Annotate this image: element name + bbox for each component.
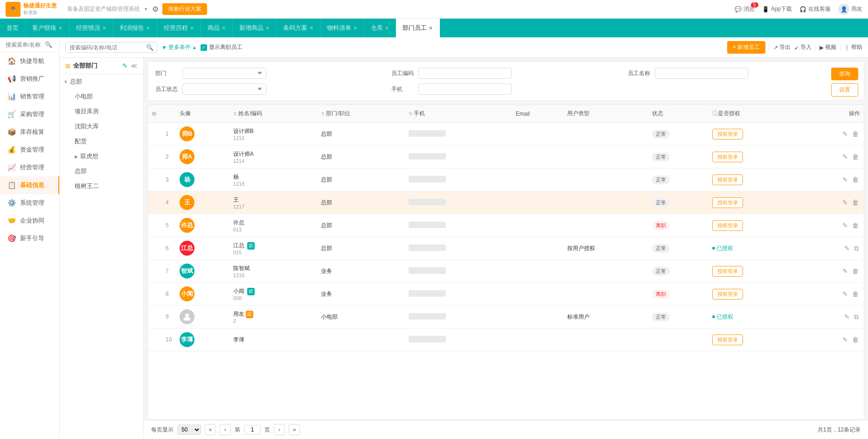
- auth-btn-4[interactable]: 授权登录: [712, 197, 743, 208]
- edit-icon-4[interactable]: ✎: [841, 198, 849, 207]
- trial-btn[interactable]: 体验行业方案: [162, 3, 207, 15]
- tree-item-projroom[interactable]: 项目库房: [69, 104, 143, 119]
- prev-page-btn[interactable]: ‹: [220, 424, 231, 435]
- auth-btn-2[interactable]: 授权登录: [712, 152, 743, 162]
- search-input[interactable]: [69, 44, 144, 51]
- system-dropdown-arrow[interactable]: ▼: [144, 7, 148, 12]
- sidebar-item-operation[interactable]: 📈 经营管理: [0, 159, 59, 176]
- filter-code-input[interactable]: [418, 68, 512, 79]
- nav-tab-customer-close[interactable]: ✕: [58, 25, 62, 31]
- filter-phone-input[interactable]: [418, 84, 512, 95]
- nav-tab-operation-close[interactable]: ✕: [102, 25, 106, 31]
- sidebar-item-basicinfo[interactable]: 📋 基础信息: [0, 176, 59, 194]
- sidebar-item-purchase[interactable]: 🛒 采购管理: [0, 105, 59, 123]
- delete-icon-7[interactable]: 🗑: [851, 266, 860, 276]
- first-page-btn[interactable]: «: [205, 424, 216, 435]
- sidebar-item-quicknav[interactable]: 🏠 快捷导航: [0, 52, 59, 70]
- help-btn[interactable]: ｜ 帮助: [844, 43, 862, 51]
- sidebar-item-finance[interactable]: 💰 资金管理: [0, 141, 59, 159]
- delete-icon-3[interactable]: 🗑: [851, 175, 860, 184]
- import-btn[interactable]: ↙ 导入: [794, 43, 812, 51]
- sidebar-search-icon[interactable]: 🔍: [45, 41, 52, 48]
- delete-icon-4[interactable]: 🗑: [851, 198, 860, 207]
- nav-tab-barcode[interactable]: 条码方案 ✕: [277, 19, 320, 37]
- sidebar-item-inventory[interactable]: 📦 库存核算: [0, 123, 59, 141]
- search-icon[interactable]: 🔍: [146, 44, 153, 51]
- edit-icon-6[interactable]: ✎: [843, 244, 851, 253]
- per-page-select[interactable]: 50 100: [177, 425, 201, 435]
- copy-icon-6[interactable]: ⧉: [853, 244, 860, 253]
- tree-item-hq[interactable]: 总部: [69, 164, 143, 179]
- filter-name-input[interactable]: [655, 68, 748, 79]
- nav-tab-profit[interactable]: 利润报告 ✕: [113, 19, 157, 37]
- delete-icon-5[interactable]: 🗑: [851, 221, 860, 230]
- auth-btn-5[interactable]: 授权登录: [712, 220, 743, 231]
- settings-icon[interactable]: ⚙: [152, 5, 159, 14]
- nav-tab-material-close[interactable]: ✕: [353, 25, 357, 31]
- nav-tab-profit-close[interactable]: ✕: [146, 25, 150, 31]
- auth-btn-3[interactable]: 授权登录: [712, 174, 743, 185]
- edit-icon-5[interactable]: ✎: [841, 221, 849, 230]
- sidebar-item-system[interactable]: ⚙️ 系统管理: [0, 194, 59, 212]
- delete-icon-10[interactable]: 🗑: [851, 335, 860, 344]
- edit-icon-8[interactable]: ✎: [841, 289, 849, 299]
- query-btn[interactable]: 查询: [831, 68, 858, 80]
- tree-edit-icon[interactable]: ✎: [122, 62, 128, 70]
- online-service-btn[interactable]: 🎧 在线客服: [799, 5, 831, 13]
- th-settings[interactable]: ⚙: [148, 105, 162, 123]
- edit-icon-9[interactable]: ✎: [843, 312, 851, 321]
- nav-tab-staff-close[interactable]: ✕: [429, 25, 433, 31]
- edit-icon-10[interactable]: ✎: [841, 335, 849, 344]
- auth-btn-7[interactable]: 授权登录: [712, 266, 743, 277]
- nav-tab-goods-close[interactable]: ✕: [222, 25, 226, 31]
- delete-icon-8[interactable]: 🗑: [851, 289, 860, 299]
- auth-btn-10[interactable]: 授权登录: [712, 334, 743, 345]
- app-download-btn[interactable]: 📱 App下载: [762, 5, 792, 13]
- nav-tab-staff[interactable]: 部门员工 ✕: [396, 19, 440, 37]
- tree-collapse-btn[interactable]: ≪: [131, 62, 138, 70]
- add-employee-btn[interactable]: + 新增员工: [727, 41, 765, 54]
- tree-item-distribution[interactable]: 配货: [69, 134, 143, 149]
- page-number-input[interactable]: [244, 425, 261, 434]
- nav-tab-material[interactable]: 物料清单 ✕: [320, 19, 364, 37]
- last-page-btn[interactable]: »: [289, 424, 300, 435]
- nav-tab-operation[interactable]: 经营情况 ✕: [69, 19, 113, 37]
- nav-tab-home[interactable]: 首页: [0, 19, 26, 37]
- nav-tab-goods[interactable]: 商品 ✕: [201, 19, 233, 37]
- auth-btn-1[interactable]: 授权登录: [712, 129, 743, 139]
- edit-icon-1[interactable]: ✎: [841, 129, 849, 139]
- nav-tab-history-close[interactable]: ✕: [190, 25, 194, 31]
- tree-item-shenyang[interactable]: 沈阳大库: [69, 119, 143, 134]
- user-btn[interactable]: 👤 用友: [838, 4, 862, 15]
- message-btn[interactable]: 💬 消息 5: [735, 5, 755, 13]
- filter-status-select[interactable]: [182, 84, 266, 95]
- video-btn[interactable]: ▶ 视频: [819, 43, 836, 51]
- edit-icon-2[interactable]: ✎: [841, 152, 849, 161]
- delete-icon-2[interactable]: 🗑: [851, 152, 860, 161]
- more-filter-btn[interactable]: ▼ 更多条件 ▲: [161, 43, 197, 51]
- next-page-btn[interactable]: ›: [274, 424, 285, 435]
- tree-item-smalldept[interactable]: 小电部: [69, 89, 143, 104]
- sidebar-item-collab[interactable]: 🤝 企业协同: [0, 212, 59, 230]
- filter-dept-select[interactable]: [182, 68, 266, 79]
- nav-tab-history[interactable]: 经营历程 ✕: [157, 19, 201, 37]
- nav-tab-warehouse[interactable]: 仓库 ✕: [364, 19, 396, 37]
- edit-icon-7[interactable]: ✎: [841, 266, 849, 276]
- edit-icon-3[interactable]: ✎: [841, 175, 849, 184]
- tree-item-shuanghu[interactable]: ▶ 双虎想: [69, 149, 143, 164]
- nav-tab-new-goods[interactable]: 新增商品 ✕: [233, 19, 277, 37]
- auth-btn-8[interactable]: 授权登录: [712, 289, 743, 300]
- tree-item-hq-parent[interactable]: ▼ 总部: [60, 74, 143, 89]
- delete-icon-1[interactable]: 🗑: [851, 129, 860, 139]
- tree-item-planting[interactable]: 植树王二: [69, 179, 143, 194]
- sidebar-item-marketing[interactable]: 📢 营销推广: [0, 70, 59, 88]
- nav-tab-newgoods-close[interactable]: ✕: [265, 25, 270, 31]
- copy-icon-9[interactable]: ⧉: [853, 312, 860, 321]
- sidebar-item-guide[interactable]: 🎯 新手引导: [0, 230, 59, 247]
- sidebar-search-input[interactable]: [6, 42, 43, 48]
- sidebar-item-sales[interactable]: 📊 销售管理: [0, 88, 59, 105]
- export-btn[interactable]: ↗ 导出: [773, 43, 791, 51]
- show-resigned-checkbox[interactable]: ✓: [201, 44, 207, 51]
- gear-icon[interactable]: ⚙: [152, 111, 157, 117]
- show-resigned-toggle[interactable]: ✓ 显示离职员工: [201, 43, 243, 51]
